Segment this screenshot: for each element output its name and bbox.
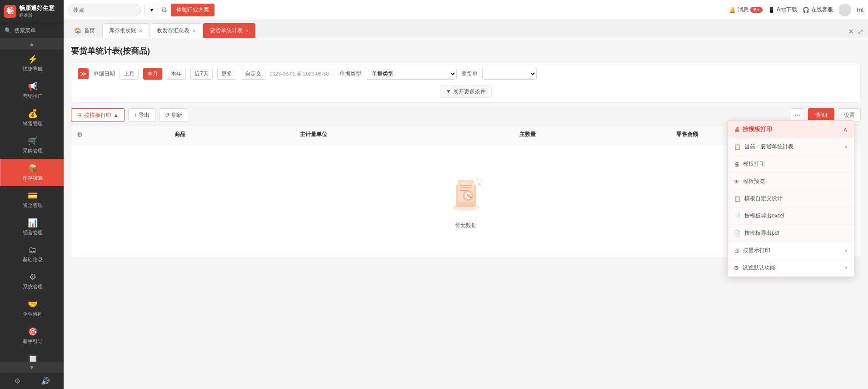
sidebar: 畅 畅康通好生意 标准版 🔍 搜索菜单 ▲ ⚡ 快捷导航 📢 营销推广 💰 销售… xyxy=(0,0,64,389)
search-icon: 🔍 xyxy=(5,27,11,34)
sidebar-scroll-up[interactable]: ▲ xyxy=(0,39,64,50)
expand-conditions-btn[interactable]: ▼ 展开更多条件 xyxy=(440,85,492,98)
more-btn[interactable]: 更多 xyxy=(217,68,236,80)
sidebar-item-operations[interactable]: 📊 经营管理 xyxy=(0,213,64,241)
current-template-item[interactable]: 📋 当前：要货单统计表 ▾ xyxy=(728,138,854,156)
sales-icon: 💰 xyxy=(28,109,38,119)
online-service-btn[interactable]: 🎧 在线客服 xyxy=(803,6,833,14)
this-year-btn[interactable]: 本年 xyxy=(167,68,186,80)
set-default-item[interactable]: ⚙ 设置默认功能 ▾ xyxy=(728,259,854,277)
app-logo: 畅 畅康通好生意 标准版 xyxy=(0,0,64,23)
sidebar-item-inventory[interactable]: 📦 库存核算 xyxy=(0,159,64,186)
template-custom-icon: 📋 xyxy=(734,196,741,202)
operations-icon: 📊 xyxy=(28,218,38,228)
template-print-label: 模板打印 xyxy=(743,160,765,168)
col-unit: 主计量单位 xyxy=(294,126,514,143)
sidebar-settings-btn[interactable]: ⚙ xyxy=(14,377,20,385)
sidebar-item-label: 新手引导 xyxy=(23,338,43,345)
col-goods: 商品 xyxy=(169,126,294,143)
appstore-icon: 🔲 xyxy=(28,354,38,362)
display-print-arrow: ▾ xyxy=(845,248,848,254)
template-print-item[interactable]: 🖨 模板打印 xyxy=(728,156,854,173)
current-template-arrow: ▾ xyxy=(845,144,848,150)
trial-button[interactable]: 体验行业方案 xyxy=(171,4,215,16)
avatar xyxy=(838,4,851,16)
template-custom-item[interactable]: 📋 模板自定义设计 xyxy=(728,190,854,207)
last7days-btn[interactable]: 近7天 xyxy=(190,68,213,80)
template-export-pdf-item[interactable]: 📄 按模板导出pdf xyxy=(728,225,854,242)
tab-order-stats[interactable]: 要货单统计表 × xyxy=(203,23,255,38)
col-qty: 主数量 xyxy=(514,126,671,143)
main-area: ▾ ⚙ 体验行业方案 🔔 消息 99+ 📱 App下载 🎧 在线客服 Rit xyxy=(64,0,868,389)
tab-receipt-summary[interactable]: 收发存汇总表 × xyxy=(150,23,202,38)
basic-icon: 🗂 xyxy=(29,245,37,255)
bell-icon: 🔔 xyxy=(729,7,736,13)
tab-receipt-summary-close[interactable]: × xyxy=(192,28,195,34)
sidebar-item-label: 企业协同 xyxy=(23,311,43,318)
header-dropdown-btn[interactable]: ▾ xyxy=(145,4,157,16)
prev-month-btn[interactable]: 上月 xyxy=(120,68,139,80)
notification-label: 消息 xyxy=(738,6,748,14)
filter-row-1: ≫ 单据日期 上月 本月 本年 近7天 更多 自定义 2023-06-01 至 … xyxy=(78,68,854,80)
tab-batch-account[interactable]: 库存批次账 × xyxy=(102,23,149,38)
window-close-btn[interactable]: ✕ xyxy=(848,27,854,36)
header-search-input[interactable] xyxy=(68,4,141,16)
print-dropdown-close-btn[interactable]: ∧ xyxy=(843,126,848,133)
refresh-btn-label: 刷新 xyxy=(171,111,182,119)
custom-btn[interactable]: 自定义 xyxy=(241,68,265,80)
export-pdf-label: 按模板导出pdf xyxy=(744,229,779,237)
collab-icon: 🤝 xyxy=(28,299,38,309)
more-icon: ··· xyxy=(794,111,800,119)
print-button[interactable]: 🖨 按模板打印 ▲ xyxy=(71,108,125,122)
notifications-btn[interactable]: 🔔 消息 99+ xyxy=(729,6,763,14)
export-btn-label: 导出 xyxy=(139,111,150,119)
sidebar-item-appstore[interactable]: 🔲 应用中心 xyxy=(0,349,64,362)
this-month-btn[interactable]: 本月 xyxy=(143,68,162,80)
tab-home[interactable]: 🏠 首页 xyxy=(68,23,101,38)
sidebar-sound-btn[interactable]: 🔊 xyxy=(41,377,50,385)
expand-icon: ▼ xyxy=(446,88,451,95)
table-settings-icon[interactable]: ⚙ xyxy=(77,131,83,138)
header-right: 🔔 消息 99+ 📱 App下载 🎧 在线客服 Rit xyxy=(729,4,863,16)
sidebar-item-quick-nav[interactable]: ⚡ 快捷导航 xyxy=(0,50,64,77)
goods-category-select[interactable] xyxy=(482,68,537,80)
sidebar-item-marketing[interactable]: 📢 营销推广 xyxy=(0,77,64,104)
purchase-icon: 🛒 xyxy=(28,136,38,146)
sidebar-item-label: 系统管理 xyxy=(23,283,43,290)
sidebar-footer: ⚙ 🔊 xyxy=(0,373,64,389)
sidebar-item-basic[interactable]: 🗂 基础信息 xyxy=(0,241,64,268)
header-gear-icon[interactable]: ⚙ xyxy=(161,5,167,14)
sidebar-item-guide[interactable]: 🎯 新手引导 xyxy=(0,322,64,349)
tab-batch-account-close[interactable]: × xyxy=(139,28,142,34)
sidebar-item-sales[interactable]: 💰 销售管理 xyxy=(0,104,64,131)
template-preview-label: 模板预览 xyxy=(743,177,765,185)
order-type-select[interactable]: 单据类型 xyxy=(366,68,457,80)
app-header: ▾ ⚙ 体验行业方案 🔔 消息 99+ 📱 App下载 🎧 在线客服 Rit xyxy=(64,0,868,20)
sidebar-nav: ⚡ 快捷导航 📢 营销推广 💰 销售管理 🛒 采购管理 📦 库存核算 💳 资金管… xyxy=(0,50,64,362)
logo-text: 畅康通好生意 标准版 xyxy=(19,5,55,18)
window-expand-btn[interactable]: ⤢ xyxy=(858,27,863,36)
filter-expand-btn[interactable]: ≫ xyxy=(78,68,89,79)
sidebar-item-system[interactable]: ⚙ 系统管理 xyxy=(0,268,64,295)
username-label: Rit xyxy=(857,7,863,13)
app-download-btn[interactable]: 📱 App下载 xyxy=(768,6,797,14)
date-range-text: 2023-06-01 至 2023-06-30 xyxy=(270,71,329,77)
app-download-label: App下载 xyxy=(777,6,797,14)
export-button[interactable]: ↑ 导出 xyxy=(128,108,155,122)
set-default-icon: ⚙ xyxy=(734,265,739,271)
template-preview-item[interactable]: 👁 模板预览 xyxy=(728,173,854,190)
empty-text: 暂无数据 xyxy=(455,222,477,229)
date-filter-label: 单据日期 xyxy=(93,70,115,78)
tab-order-stats-close[interactable]: × xyxy=(245,28,249,34)
refresh-button[interactable]: ↺ 刷新 xyxy=(159,108,188,122)
sidebar-item-collab[interactable]: 🤝 企业协同 xyxy=(0,295,64,322)
template-export-excel-item[interactable]: 📄 按模板导出excel xyxy=(728,207,854,225)
sidebar-search[interactable]: 🔍 搜索菜单 xyxy=(0,23,64,39)
sidebar-scroll-down[interactable]: ▼ xyxy=(0,362,64,373)
sidebar-item-label: 营销推广 xyxy=(23,93,43,100)
sidebar-item-finance[interactable]: 💳 资金管理 xyxy=(0,186,64,213)
sidebar-item-purchase[interactable]: 🛒 采购管理 xyxy=(0,131,64,159)
download-icon: 📱 xyxy=(768,7,775,13)
sidebar-item-label: 销售管理 xyxy=(23,120,43,127)
display-print-item[interactable]: 🖨 按显示打印 ▾ xyxy=(728,242,854,259)
